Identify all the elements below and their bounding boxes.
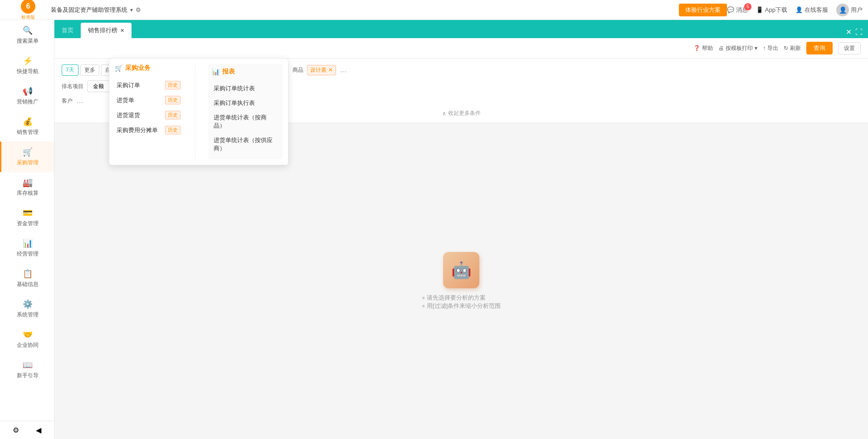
avatar: 👤 (836, 4, 849, 16)
app-download-item[interactable]: 📱 App下载 (756, 6, 787, 14)
empty-text-list: 请先选择要分析的方案 用[过滤]条件来缩小分析范围 (422, 294, 501, 310)
sidebar-item-finance[interactable]: 💳 资金管理 (0, 202, 54, 233)
system-title: 装备及固定资产辅助管理系统 (51, 6, 127, 14)
basic-icon: 📋 (23, 269, 33, 279)
content-area: 首页 销售排行榜 ✕ ✕ ⛶ ❓ 帮助 🖨 按模板打印 (54, 20, 868, 439)
purchase-dropdown-menu: 🛒 采购业务 采购订单 历史 进货单 历史 进货退货 历史 (109, 58, 288, 165)
settings-bottom-icon[interactable]: ⚙ (13, 426, 19, 434)
sidebar-label-sales: 销售管理 (17, 128, 39, 136)
tab-sales-rank-label: 销售排行榜 (88, 26, 117, 35)
print-dropdown-icon[interactable]: ▾ (755, 45, 757, 51)
sidebar-label-marketing: 营销推广 (17, 98, 39, 106)
sidebar-label-coop: 企业协同 (17, 341, 39, 349)
refresh-btn[interactable]: ↻ 刷新 (784, 44, 801, 52)
refresh-label: 刷新 (790, 44, 801, 52)
export-icon: ↑ (763, 45, 766, 51)
tab-window-close-icon[interactable]: ✕ (846, 28, 852, 36)
dropdown-item-inbound-return[interactable]: 进货退货 历史 (115, 108, 182, 123)
service-icon: 👤 (795, 6, 803, 13)
page-toolbar: ❓ 帮助 🖨 按模板打印 ▾ ↑ 导出 ↻ 刷新 查询 设置 (54, 38, 868, 59)
help-btn[interactable]: ❓ 帮助 (693, 44, 713, 52)
sidebar: 🔍 搜索菜单 ⚡ 快捷导航 📢 营销推广 💰 销售管理 🛒 采购管理 🏭 库存核… (0, 20, 54, 439)
sidebar-label-operation: 经营管理 (17, 250, 39, 258)
sidebar-item-marketing[interactable]: 📢 营销推广 (0, 81, 54, 111)
logo: 6 标准版 (5, 0, 51, 20)
empty-hint-1: 请先选择要分析的方案 (422, 294, 501, 302)
system-icon: ⚙️ (23, 299, 33, 309)
tabbar-actions: ✕ ⛶ (846, 28, 868, 38)
sidebar-label-purchase: 采购管理 (17, 159, 39, 167)
industry-btn[interactable]: 体验行业方案 (679, 4, 727, 16)
sidebar-item-sales[interactable]: 💰 销售管理 (0, 111, 54, 142)
dropdown-section-report-title: 📊 报表 (212, 68, 279, 78)
sidebar-item-search[interactable]: 🔍 搜索菜单 (0, 20, 54, 50)
settings-icon[interactable]: ⚙ (136, 6, 141, 13)
coop-icon: 🤝 (23, 330, 33, 340)
report-dropdown-icon: 📊 (212, 68, 219, 75)
message-item[interactable]: 💬 消息 5 (727, 6, 748, 14)
goods-tag: 设计素 ✕ (307, 65, 336, 75)
sidebar-item-purchase[interactable]: 🛒 采购管理 (0, 142, 54, 172)
help-label: 帮助 (702, 44, 713, 52)
goods-label: 商品 (293, 66, 303, 74)
dropdown-item-report-2[interactable]: 进货单统计表（按商品） (212, 110, 279, 133)
phone-icon: 📱 (756, 6, 763, 13)
query-btn[interactable]: 查询 (806, 42, 833, 54)
dropdown-item-report-1[interactable]: 采购订单执行表 (212, 96, 279, 110)
sales-icon: 💰 (23, 117, 33, 127)
empty-state: 🤖 请先选择要分析的方案 用[过滤]条件来缩小分析范围 (54, 123, 868, 439)
sidebar-item-shortcut[interactable]: ⚡ 快捷导航 (0, 50, 54, 81)
collapse-label: 收起更多条件 (448, 109, 481, 117)
sidebar-label-finance: 资金管理 (17, 220, 39, 227)
export-btn[interactable]: ↑ 导出 (763, 44, 778, 52)
search-icon: 🔍 (23, 25, 33, 35)
sidebar-item-operation[interactable]: 📊 经营管理 (0, 233, 54, 263)
dropdown-section-purchase: 🛒 采购业务 采购订单 历史 进货单 历史 进货退货 历史 (115, 64, 182, 159)
tab-home[interactable]: 首页 (54, 23, 81, 38)
dropdown-item-purchase-fee[interactable]: 采购费用分摊单 历史 (115, 123, 182, 138)
settings-btn[interactable]: 设置 (838, 42, 861, 54)
dropdown-item-report-0[interactable]: 采购订单统计表 (212, 81, 279, 96)
tabbar: 首页 销售排行榜 ✕ ✕ ⛶ (54, 20, 868, 38)
shortcut-icon: ⚡ (23, 56, 33, 66)
dropdown-section-report: 📊 报表 采购订单统计表 采购订单执行表 进货单统计表（按商品） 进货单统计表（… (208, 64, 283, 159)
date-7days[interactable]: 7天 (62, 64, 78, 76)
main-layout: 🔍 搜索菜单 ⚡ 快捷导航 📢 营销推广 💰 销售管理 🛒 采购管理 🏭 库存核… (0, 20, 868, 439)
print-btn[interactable]: 🖨 按模板打印 ▾ (718, 44, 757, 52)
purchase-icon: 🛒 (23, 147, 33, 157)
title-dropdown-icon[interactable]: ▾ (130, 7, 133, 13)
sidebar-label-inventory: 库存核算 (17, 189, 39, 197)
sidebar-item-guide[interactable]: 📖 新手引导 (0, 355, 54, 385)
user-item[interactable]: 👤 用户 (836, 4, 863, 16)
goods-dots[interactable]: … (340, 66, 347, 74)
tab-window-expand-icon[interactable]: ⛶ (855, 28, 863, 36)
tab-sales-rank[interactable]: 销售排行榜 ✕ (81, 23, 132, 38)
empty-robot-icon: 🤖 (443, 252, 479, 288)
rank-label: 排名项目 (62, 83, 83, 90)
collapse-sidebar-icon[interactable]: ◀ (36, 426, 41, 434)
dropdown-section-purchase-title: 🛒 采购业务 (115, 64, 182, 74)
sidebar-item-coop[interactable]: 🤝 企业协同 (0, 324, 54, 355)
page-content: ❓ 帮助 🖨 按模板打印 ▾ ↑ 导出 ↻ 刷新 查询 设置 (54, 38, 868, 439)
logo-icon: 6 (21, 0, 35, 14)
finance-icon: 💳 (23, 208, 33, 218)
dropdown-item-report-3[interactable]: 进货单统计表（按供应商） (212, 133, 279, 156)
customer-dots[interactable]: … (76, 97, 83, 105)
sidebar-bottom: ⚙ ◀ (0, 421, 54, 439)
message-icon: 💬 (727, 6, 734, 13)
sidebar-item-system[interactable]: ⚙️ 系统管理 (0, 294, 54, 324)
dropdown-item-inbound[interactable]: 进货单 历史 (115, 93, 182, 108)
marketing-icon: 📢 (23, 86, 33, 96)
online-service-item[interactable]: 👤 在线客服 (795, 6, 828, 14)
tab-close-icon[interactable]: ✕ (120, 28, 124, 34)
sidebar-item-inventory[interactable]: 🏭 库存核算 (0, 172, 54, 202)
message-badge: 5 (744, 3, 751, 10)
dropdown-item-purchase-order[interactable]: 采购订单 历史 (115, 78, 182, 93)
topbar-right: 💬 消息 5 📱 App下载 👤 在线客服 👤 用户 (727, 4, 863, 16)
sidebar-item-basic[interactable]: 📋 基础信息 (0, 263, 54, 294)
history-tag-0: 历史 (165, 81, 180, 89)
date-more[interactable]: 更多 (80, 64, 99, 76)
guide-icon: 📖 (23, 360, 33, 370)
customer-filter: 客户 … (62, 97, 83, 105)
goods-tag-close[interactable]: ✕ (328, 67, 333, 73)
